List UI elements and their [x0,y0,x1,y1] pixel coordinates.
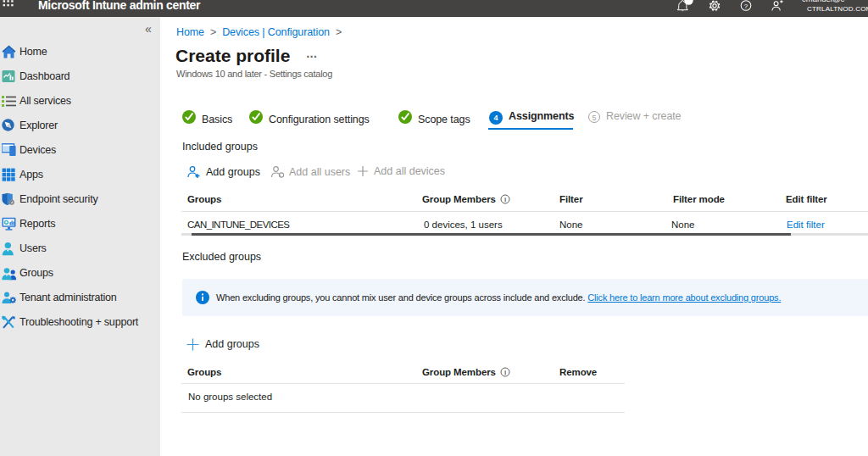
svg-text:?: ? [744,3,748,10]
svg-text:i: i [504,369,506,376]
svg-text:i: i [504,196,506,203]
